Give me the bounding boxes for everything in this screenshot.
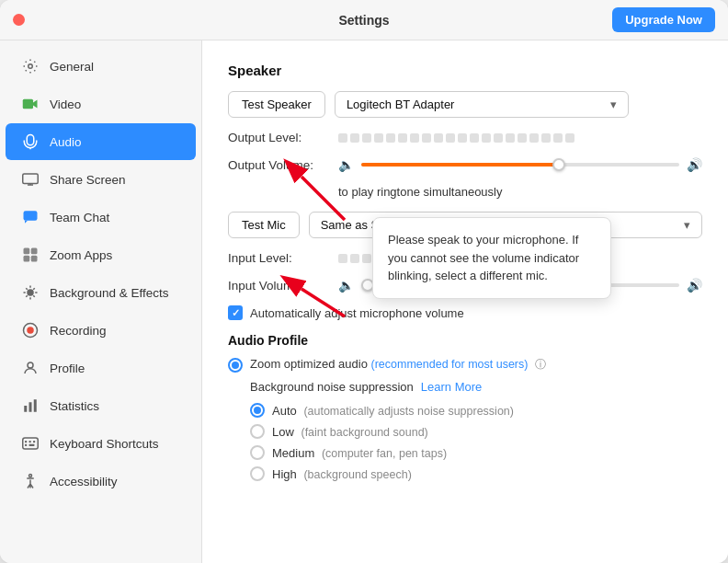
low-noise-detail: (faint background sound) [301,426,427,439]
svg-rect-17 [25,441,27,442]
level-bar-17 [529,133,539,143]
sidebar-item-profile[interactable]: Profile [6,350,196,386]
output-level-bars [338,133,574,143]
speaker-dropdown[interactable]: Logitech BT Adapter ▾ [335,91,629,118]
recording-label: Recording [50,324,107,338]
zoom-apps-icon [20,245,40,265]
output-volume-row: Output Volume: 🔈 🔊 [228,157,702,172]
sidebar-item-zoom-apps[interactable]: Zoom Apps [6,236,196,273]
sidebar-item-statistics[interactable]: Statistics [6,387,196,424]
high-noise-detail: (background speech) [303,468,411,481]
upgrade-now-button[interactable]: Upgrade Now [612,7,715,32]
input-volume-label: Input Volume: [228,279,329,293]
test-speaker-button[interactable]: Test Speaker [228,91,325,118]
low-noise-row: Low (faint background sound) [250,424,702,439]
speaker-device-label: Logitech BT Adapter [347,98,455,111]
input-level-label: Input Level: [228,251,329,265]
output-volume-track[interactable] [361,163,679,167]
sidebar-item-share-screen[interactable]: Share Screen [6,161,196,198]
share-screen-icon [20,169,40,190]
auto-noise-radio-inner [254,407,261,414]
sidebar-item-audio[interactable]: Audio [6,123,196,160]
statistics-label: Statistics [50,399,99,413]
close-button[interactable] [13,14,25,26]
input-volume-high-icon: 🔊 [687,278,702,293]
accessibility-icon [20,471,40,491]
svg-rect-7 [24,256,30,262]
speaker-section-title: Speaker [228,63,702,78]
sidebar-item-background-effects[interactable]: Background & Effects [6,274,196,311]
level-bar-3 [362,133,371,143]
svg-rect-16 [23,438,39,449]
main-content: General Video Audio Share Screen [0,40,728,563]
team-chat-label: Team Chat [50,211,109,224]
input-bar-3 [362,254,371,263]
medium-noise-radio[interactable] [250,445,265,460]
level-bar-10 [446,133,455,143]
level-bar-4 [374,133,383,143]
svg-point-22 [29,475,32,477]
share-screen-label: Share Screen [50,173,126,187]
svg-point-0 [28,64,33,69]
test-mic-button[interactable]: Test Mic [228,212,300,238]
level-bar-15 [506,133,515,143]
svg-rect-13 [24,406,27,412]
video-label: Video [50,98,81,111]
level-bar-9 [434,133,443,143]
video-icon [20,94,40,114]
output-volume-thumb[interactable] [552,158,565,171]
general-icon [20,56,40,76]
level-bar-2 [350,133,359,143]
sidebar-item-recording[interactable]: Recording [6,312,196,349]
level-bar-13 [482,133,491,143]
level-bar-18 [541,133,551,143]
statistics-icon [20,396,40,416]
help-icon[interactable]: ⓘ [535,358,546,371]
general-label: General [50,60,94,74]
low-noise-radio[interactable] [250,424,265,439]
zoom-optimized-radio[interactable] [228,358,243,373]
sidebar-item-general[interactable]: General [6,48,196,85]
mic-dropdown-arrow: ▾ [684,218,690,232]
input-volume-low-icon: 🔈 [338,278,354,293]
titlebar: Settings Upgrade Now [0,0,728,40]
recommended-text: (recommended for most users) [371,358,529,371]
mic-tooltip: Please speak to your microphone. If you … [372,217,611,299]
level-bar-12 [470,133,479,143]
svg-rect-6 [31,248,38,255]
noise-suppression-label: Background noise suppression [250,380,414,394]
sidebar-item-video[interactable]: Video [6,86,196,122]
auto-noise-radio[interactable] [250,403,265,418]
high-noise-radio[interactable] [250,466,265,481]
sidebar-item-team-chat[interactable]: Team Chat [6,199,196,236]
level-bar-5 [386,133,395,143]
recording-icon [20,320,40,340]
speaker-dropdown-arrow: ▾ [610,98,617,111]
svg-rect-21 [29,444,35,446]
input-bar-1 [338,254,347,263]
sidebar-item-keyboard-shortcuts[interactable]: Keyboard Shortcuts [6,425,196,462]
volume-high-icon: 🔊 [687,157,702,172]
sidebar: General Video Audio Share Screen [0,40,202,563]
auto-adjust-row: Automatically adjust microphone volume [228,305,702,320]
simultaneous-row: to play ringtone simultaneously [228,185,702,199]
auto-adjust-checkbox[interactable] [228,305,243,320]
profile-icon [20,358,40,378]
auto-adjust-label: Automatically adjust microphone volume [250,306,464,320]
level-bar-1 [338,133,347,143]
keyboard-shortcuts-label: Keyboard Shortcuts [50,437,159,451]
simultaneous-text: to play ringtone simultaneously [338,185,503,199]
high-noise-row: High (background speech) [250,466,702,481]
high-noise-label: High (background speech) [272,467,412,481]
sidebar-item-accessibility[interactable]: Accessibility [6,463,196,500]
level-bar-11 [458,133,467,143]
learn-more-link[interactable]: Learn More [421,380,482,394]
volume-low-icon: 🔈 [338,157,354,172]
medium-noise-detail: (computer fan, pen taps) [322,447,447,460]
background-effects-label: Background & Effects [50,286,169,300]
svg-rect-1 [23,99,33,109]
svg-rect-15 [34,399,37,412]
output-level-label: Output Level: [228,131,329,144]
profile-label: Profile [50,362,85,375]
svg-point-12 [28,362,33,368]
